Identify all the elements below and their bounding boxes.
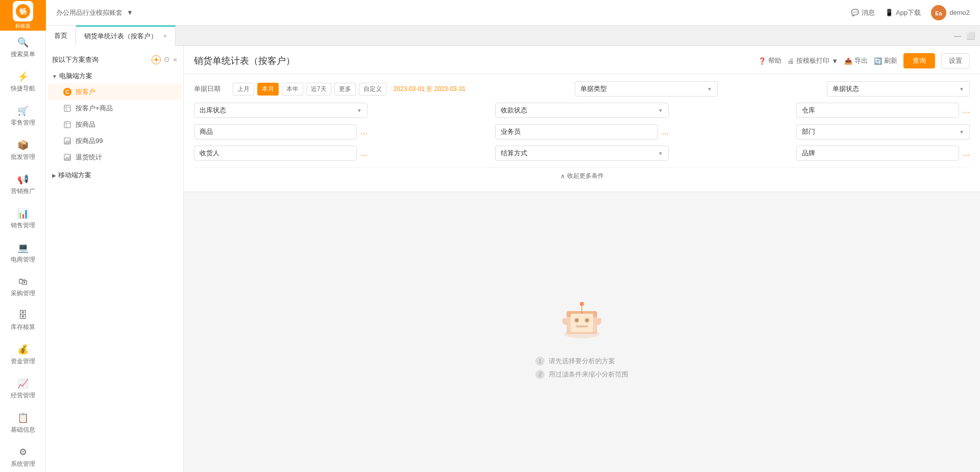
- svg-rect-11: [65, 142, 66, 144]
- svg-rect-4: [64, 105, 70, 111]
- tree-group-pc: ▼ 电脑端方案 C 按客户 按客户+商品: [48, 68, 181, 166]
- sidebar: 畅 标账版 🔍 搜索菜单 ⚡ 快捷导航 🛒 零售管理 📦 批发管理 📢 营销推广…: [0, 0, 46, 472]
- this-month-btn[interactable]: 本月: [257, 83, 279, 96]
- print-icon: 🖨: [788, 57, 794, 65]
- header-right: 💬 消息 📱 App下载 Ea demo2: [851, 5, 970, 20]
- content-area: 按以下方案查询 + ⊙ « ▼ 电脑端方案 C: [46, 46, 980, 472]
- sidebar-icon-inventory: 🗄: [18, 310, 28, 321]
- sidebar-item-marketing[interactable]: 📢 营销推广: [0, 168, 45, 202]
- tree-group-mobile-header[interactable]: ▶ 移动端方案: [48, 168, 181, 183]
- brand-select[interactable]: 品牌: [796, 146, 959, 161]
- sidebar-label-finance: 资金管理: [11, 357, 35, 366]
- tab-home[interactable]: 首页: [46, 26, 76, 46]
- svg-rect-7: [64, 122, 70, 128]
- collapse-label: 收起更多条件: [567, 172, 604, 180]
- custom-btn[interactable]: 自定义: [359, 83, 386, 96]
- svg-rect-16: [65, 158, 66, 160]
- user-avatar[interactable]: Ea demo2: [931, 5, 970, 20]
- sidebar-item-shortcut[interactable]: ⚡ 快捷导航: [0, 65, 45, 99]
- svg-point-28: [585, 319, 589, 322]
- tree-group-pc-header[interactable]: ▼ 电脑端方案: [48, 68, 181, 84]
- svg-rect-29: [576, 325, 588, 327]
- out-status-select[interactable]: 出库状态 ▼: [194, 103, 368, 118]
- department-select[interactable]: 部门 ▼: [796, 124, 970, 139]
- svg-text:Ea: Ea: [936, 10, 943, 16]
- svg-point-27: [575, 319, 578, 322]
- tree-item-icon-customer: C: [63, 88, 71, 96]
- tab-minimize-btn[interactable]: —: [954, 32, 961, 40]
- svg-rect-18: [68, 157, 69, 160]
- tree-item-icon-return: [63, 153, 71, 161]
- tab-close-btn[interactable]: ×: [163, 33, 167, 40]
- sidebar-item-purchase[interactable]: 🛍 采购管理: [0, 270, 45, 304]
- sidebar-item-ecommerce[interactable]: 💻 电商管理: [0, 236, 45, 270]
- tree-item-customer[interactable]: C 按客户: [48, 84, 181, 100]
- sidebar-item-finance[interactable]: 💰 资金管理: [0, 338, 45, 372]
- sidebar-item-base[interactable]: 📋 基础信息: [0, 406, 45, 440]
- product-select[interactable]: 商品: [194, 124, 357, 139]
- doc-type-select[interactable]: 单据类型 ▼: [575, 81, 718, 97]
- sidebar-item-system[interactable]: ⚙ 系统管理: [0, 440, 45, 472]
- warehouse-select[interactable]: 仓库: [796, 103, 959, 118]
- tree-item-product[interactable]: 按商品: [48, 116, 181, 133]
- app-dropdown-arrow[interactable]: ▼: [127, 9, 133, 16]
- sidebar-icon-ecommerce: 💻: [17, 242, 29, 253]
- export-icon: 📤: [844, 57, 852, 65]
- tree-item-customer-product[interactable]: 按客户+商品: [48, 100, 181, 116]
- more-btn[interactable]: 更多: [334, 83, 356, 96]
- doc-status-select[interactable]: 单据状态 ▼: [827, 81, 970, 97]
- sidebar-item-retail[interactable]: 🛒 零售管理: [0, 99, 45, 133]
- settings-btn[interactable]: 设置: [941, 53, 970, 68]
- tree-item-return[interactable]: 退货统计: [48, 149, 181, 166]
- sidebar-item-inventory[interactable]: 🗄 库存核算: [0, 304, 45, 338]
- refresh-btn[interactable]: 🔄 刷新: [874, 56, 897, 65]
- tree-item-product99[interactable]: 按商品99: [48, 133, 181, 149]
- recipient-select[interactable]: 收货人: [194, 146, 357, 161]
- sidebar-label-purchase: 采购管理: [11, 289, 35, 298]
- message-btn[interactable]: 💬 消息: [851, 8, 875, 17]
- panel-settings-btn[interactable]: ⊙: [164, 55, 170, 64]
- sidebar-label-search: 搜索菜单: [11, 50, 35, 59]
- print-arrow[interactable]: ▼: [831, 57, 838, 65]
- tab-active[interactable]: 销货单统计表（按客户） ×: [76, 26, 176, 46]
- sidebar-icon-purchase: 🛍: [18, 276, 28, 287]
- panel-actions: + ⊙ «: [152, 55, 177, 64]
- sidebar-item-sales[interactable]: 📊 销售管理: [0, 202, 45, 236]
- empty-hint-2: 2 用过滤条件来缩小分析范围: [535, 370, 628, 379]
- tree-arrow-mobile: ▶: [52, 173, 56, 178]
- sidebar-item-search[interactable]: 🔍 搜索菜单: [0, 31, 45, 65]
- print-btn[interactable]: 🖨 按模板打印 ▼: [788, 56, 838, 65]
- recipient-ellipsis[interactable]: ...: [361, 149, 368, 158]
- logo-image: 畅: [13, 1, 33, 21]
- product-ellipsis[interactable]: ...: [361, 127, 368, 136]
- app-download-btn[interactable]: 📱 App下载: [885, 8, 921, 17]
- help-btn[interactable]: ❓ 帮助: [758, 56, 781, 65]
- salesman-ellipsis[interactable]: ...: [662, 127, 669, 136]
- sidebar-label-operation: 经营管理: [11, 391, 35, 400]
- sidebar-item-wholesale[interactable]: 📦 批发管理: [0, 133, 45, 168]
- hint-num-2: 2: [535, 370, 545, 379]
- avatar-circle: Ea: [931, 5, 946, 20]
- panel-collapse-btn[interactable]: «: [173, 55, 177, 64]
- export-btn[interactable]: 📤 导出: [844, 56, 868, 65]
- collapse-bar[interactable]: ∧ 收起更多条件: [194, 167, 970, 184]
- tab-restore-btn[interactable]: ⬜: [966, 32, 975, 40]
- filter-area: 单据日期 上月 本月 本年 近7天 更多 自定义 2023-03-01 至 20…: [184, 74, 980, 192]
- empty-state: 1 请先选择要分析的方案 2 用过滤条件来缩小分析范围: [184, 192, 980, 472]
- sidebar-icon-shortcut: ⚡: [17, 71, 29, 82]
- warehouse-ellipsis[interactable]: ...: [963, 106, 970, 115]
- last-month-btn[interactable]: 上月: [233, 83, 254, 96]
- doc-type-arrow: ▼: [707, 86, 712, 92]
- panel-header: 按以下方案查询 + ⊙ «: [46, 51, 183, 68]
- salesman-select[interactable]: 业务员: [495, 124, 658, 139]
- this-year-btn[interactable]: 本年: [282, 83, 303, 96]
- last7d-btn[interactable]: 近7天: [306, 83, 331, 96]
- sidebar-item-operation[interactable]: 📈 经营管理: [0, 372, 45, 406]
- query-btn[interactable]: 查询: [903, 53, 935, 68]
- brand-ellipsis[interactable]: ...: [963, 149, 970, 158]
- sidebar-icon-wholesale: 📦: [17, 139, 29, 151]
- settlement-select[interactable]: 结算方式 ▼: [495, 146, 669, 161]
- panel-add-btn[interactable]: +: [152, 55, 161, 64]
- pay-status-select[interactable]: 收款状态 ▼: [495, 103, 669, 118]
- logo-text: 标账版: [15, 22, 31, 30]
